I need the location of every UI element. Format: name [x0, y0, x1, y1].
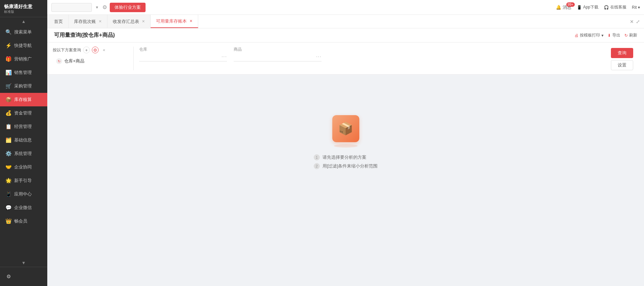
notification-btn[interactable]: 🔔 消息 99+ [556, 4, 571, 10]
inventory-icon: 📦 [5, 97, 11, 103]
print-chevron-icon: ▾ [601, 33, 603, 38]
tabs-bar: 首页库存批次账✕收发存汇总表✕可用量库存账本✕ ✕ ⤢ [47, 15, 644, 28]
warehouse-label: 仓库 [139, 47, 227, 52]
refresh-icon: ↻ [624, 33, 628, 38]
sidebar-label-purchase: 采购管理 [14, 83, 32, 89]
sidebar-scroll-down[interactable]: ▼ [0, 259, 47, 267]
sidebar-item-purchase[interactable]: 🛒采购管理 [0, 79, 47, 93]
tab-batch_account[interactable]: 库存批次账✕ [69, 15, 107, 28]
product-input-wrap: ··· [234, 54, 321, 61]
sidebar-bottom: ⚙ [0, 267, 47, 286]
tab-label-batch_account: 库存批次账 [74, 19, 96, 25]
sidebar: 畅康通好生意 标准版 ▲ 🔍搜索菜单⚡快捷导航🎁营销推广📊销售管理🛒采购管理📦库… [0, 0, 47, 286]
sidebar-item-marketing_promo[interactable]: 🎁营销推广 [0, 52, 47, 66]
warehouse-input[interactable] [139, 54, 220, 59]
sidebar-item-shortcut[interactable]: ⚡快捷导航 [0, 39, 47, 52]
tab-home[interactable]: 首页 [47, 15, 69, 28]
sidebar-label-enterprise: 企业协同 [14, 164, 32, 170]
filter-scheme-panel: 按以下方案查询 + ⚙ « ↻ 仓库+商品 [53, 47, 134, 70]
settings-scheme-btn[interactable]: ⚙ [92, 47, 99, 53]
tab-label-available_stock: 可用量库存账本 [156, 18, 187, 24]
sidebar-item-app_center[interactable]: 📱应用中心 [0, 187, 47, 201]
topbar-search-input[interactable] [51, 3, 92, 12]
search-icon: 🔍 [5, 29, 11, 35]
topbar-chevron-icon[interactable]: ▾ [95, 5, 100, 10]
trial-btn[interactable]: 体验行业方案 [110, 3, 146, 12]
export-icon: ⬇ [608, 33, 611, 38]
scheme-item-warehouse-product[interactable]: ↻ 仓库+商品 [53, 56, 129, 66]
sidebar-item-system[interactable]: ⚙️系统管理 [0, 147, 47, 160]
tab-close-receive_summary[interactable]: ✕ [142, 19, 145, 24]
sidebar-item-finance[interactable]: 💰资金管理 [0, 106, 47, 120]
gear-bottom-icon: ⚙ [5, 274, 11, 280]
tab-close-batch_account[interactable]: ✕ [99, 19, 102, 24]
empty-tip-1: 1 请先选择要分析的方案 [314, 154, 378, 160]
sidebar-item-enterprise[interactable]: 🤝企业协同 [0, 160, 47, 174]
page-title: 可用量查询(按仓库+商品) [54, 32, 115, 39]
headset-icon: 🎧 [604, 5, 609, 10]
tip-text-1: 请先选择要分析的方案 [323, 154, 366, 160]
tip-text-2: 用[过滤]条件来缩小分析范围 [323, 163, 378, 169]
tab-receive_summary[interactable]: 收发存汇总表✕ [107, 15, 151, 28]
basic-icon: 🗂️ [5, 137, 11, 143]
sidebar-label-sales: 销售管理 [14, 70, 32, 76]
empty-state: 📦 1 请先选择要分析的方案 2 用[过滤]条件来缩小分析范围 [47, 75, 644, 210]
query-button[interactable]: 查询 [611, 48, 633, 58]
sidebar-item-wechat[interactable]: 💬企业微信 [0, 201, 47, 214]
collapse-scheme-btn[interactable]: « [101, 47, 107, 53]
sidebar-item-operation[interactable]: 📋经营管理 [0, 120, 47, 133]
topbar: ▾ ⚙ 体验行业方案 🔔 消息 99+ 📱 App下载 🎧 在线客服 Rit ▾ [47, 0, 644, 15]
sidebar-label-shortcut: 快捷导航 [14, 43, 32, 49]
sidebar-label-finance: 资金管理 [14, 110, 32, 116]
filter-fields: 仓库 ··· 商品 ··· 查询 设置 [134, 47, 639, 70]
sidebar-item-newbie[interactable]: 🌟新手引导 [0, 174, 47, 187]
sidebar-label-member: 畅会员 [14, 218, 27, 224]
product-filter-field: 商品 ··· [234, 47, 321, 61]
product-more-icon[interactable]: ··· [316, 54, 321, 60]
app-download-btn[interactable]: 📱 App下载 [577, 4, 598, 10]
tab-close-available_stock[interactable]: ✕ [189, 19, 192, 23]
export-btn[interactable]: ⬇ 导出 [608, 32, 620, 38]
empty-tips: 1 请先选择要分析的方案 2 用[过滤]条件来缩小分析范围 [314, 154, 378, 169]
notification-badge: 99+ [566, 2, 575, 7]
wechat-icon: 💬 [5, 205, 11, 211]
product-input[interactable] [234, 54, 315, 59]
sidebar-label-basic: 基础信息 [14, 137, 32, 143]
sidebar-label-marketing_promo: 营销推广 [14, 56, 32, 62]
online-service-btn[interactable]: 🎧 在线客服 [604, 4, 626, 10]
logo-title: 畅康通好生意 [4, 3, 43, 9]
system-icon: ⚙️ [5, 151, 11, 157]
tab-available_stock[interactable]: 可用量库存账本✕ [151, 15, 198, 28]
sidebar-label-inventory: 库存核算 [14, 97, 32, 103]
sales-icon: 📊 [5, 70, 11, 76]
sidebar-label-system: 系统管理 [14, 151, 32, 157]
export-label: 导出 [612, 32, 620, 38]
enterprise-icon: 🤝 [5, 164, 11, 170]
sidebar-item-member[interactable]: 👑畅会员 [0, 214, 47, 228]
newbie-icon: 🌟 [5, 178, 11, 184]
sidebar-item-basic[interactable]: 🗂️基础信息 [0, 133, 47, 147]
topbar-right: 🔔 消息 99+ 📱 App下载 🎧 在线客服 Rit ▾ [556, 4, 640, 10]
refresh-btn[interactable]: ↻ 刷新 [624, 32, 637, 38]
sidebar-item-inventory[interactable]: 📦库存核算 [0, 93, 47, 106]
print-btn[interactable]: 🖨 按模板打印 ▾ [574, 32, 603, 38]
shortcut-icon: ⚡ [5, 43, 11, 49]
mobile-icon: 📱 [577, 5, 582, 10]
print-icon: 🖨 [574, 33, 578, 38]
sidebar-scroll-up[interactable]: ▲ [0, 17, 47, 25]
topbar-gear-icon[interactable]: ⚙ [102, 4, 107, 10]
add-scheme-btn[interactable]: + [83, 47, 90, 53]
purchase-icon: 🛒 [5, 83, 11, 89]
settings-button[interactable]: 设置 [611, 60, 633, 70]
tab-expand-icon[interactable]: ⤢ [636, 19, 640, 24]
warehouse-more-icon[interactable]: ··· [222, 54, 227, 60]
sidebar-item-settings-bottom[interactable]: ⚙ [0, 270, 47, 283]
page-title-bar: 可用量查询(按仓库+商品) 🖨 按模板打印 ▾ ⬇ 导出 ↻ 刷新 [47, 28, 644, 43]
sidebar-item-sales[interactable]: 📊销售管理 [0, 66, 47, 79]
bell-icon: 🔔 [556, 5, 561, 10]
user-menu[interactable]: Rit ▾ [632, 5, 640, 10]
sidebar-logo: 畅康通好生意 标准版 [0, 0, 47, 17]
sidebar-item-search[interactable]: 🔍搜索菜单 [0, 25, 47, 39]
tab-label-receive_summary: 收发存汇总表 [113, 19, 139, 25]
tab-close-all-icon[interactable]: ✕ [630, 19, 634, 24]
